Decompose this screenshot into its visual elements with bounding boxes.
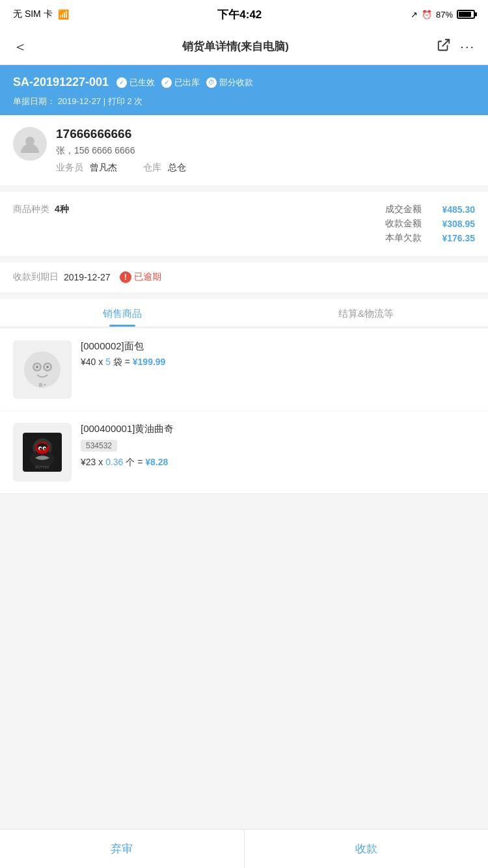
tab-products-label: 销售商品 <box>103 308 142 319</box>
badge-effective-label: 已生效 <box>129 77 155 88</box>
nav-bar: ＜ 销货单详情(来自电脑) ··· <box>0 29 488 65</box>
product-sku-2: 534532 <box>81 440 117 452</box>
banner-date: 单据日期： 2019-12-27 | 打印 2 次 <box>13 96 475 107</box>
due-section: 收款到期日 2019-12-27 ! 已逾期 <box>0 262 488 292</box>
back-button[interactable]: ＜ <box>13 37 34 57</box>
price-eq-1: = <box>125 357 133 367</box>
date-label: 单据日期： <box>13 96 55 106</box>
badge-effective: ✓ 已生效 <box>116 77 155 88</box>
deal-row: 成交金额 ¥485.30 <box>385 204 475 215</box>
deal-label: 成交金额 <box>385 204 422 215</box>
location-icon: ↗ <box>411 10 418 20</box>
received-value: ¥308.95 <box>429 219 475 229</box>
list-item: 兽+ [0000002]面包 ¥40 x 5 袋 = ¥199.99 <box>0 329 488 411</box>
svg-text:BUTTER: BUTTER <box>35 465 49 469</box>
due-date: 2019-12-27 <box>64 272 111 282</box>
received-row: 收款金额 ¥308.95 <box>385 218 475 230</box>
list-item: BUTTER [000400001]黄油曲奇 534532 ¥23 x 0.36… <box>0 411 488 494</box>
cancel-review-button[interactable]: 弃审 <box>0 830 245 868</box>
product-info-1: [0000002]面包 ¥40 x 5 袋 = ¥199.99 <box>81 340 475 399</box>
svg-text:兽+: 兽+ <box>38 383 46 387</box>
svg-point-7 <box>36 366 38 368</box>
svg-point-8 <box>46 366 49 368</box>
badge-shipped: ✓ 已出库 <box>161 77 200 88</box>
product-price-2: ¥23 x 0.36 个 = ¥8.28 <box>81 457 475 468</box>
badge-shipped-label: 已出库 <box>174 77 200 88</box>
received-label: 收款金额 <box>385 218 422 230</box>
product-info-2: [000400001]黄油曲奇 534532 ¥23 x 0.36 个 = ¥8… <box>81 423 475 481</box>
overdue-icon: ! <box>120 271 131 283</box>
banner-top: SA-20191227-001 ✓ 已生效 ✓ 已出库 ⏱ 部分收款 <box>13 75 475 89</box>
check-icon-1: ✓ <box>116 77 127 88</box>
summary-section: 商品种类 4种 成交金额 ¥485.30 收款金额 ¥308.95 本单欠款 ¥… <box>0 192 488 256</box>
badge-partial-label: 部分收款 <box>219 77 253 88</box>
price-base-1: ¥40 <box>81 357 96 367</box>
product-total-1: ¥199.99 <box>133 357 166 367</box>
product-unit-2: 个 <box>126 457 135 467</box>
product-image-2: BUTTER <box>13 423 72 481</box>
sales-info: 业务员 曾凡杰 <box>56 162 117 174</box>
product-qty-2: 0.36 <box>105 457 123 467</box>
wifi-icon: 📶 <box>58 9 69 20</box>
share-icon[interactable] <box>437 38 451 55</box>
category-label: 商品种类 <box>13 204 49 214</box>
owed-row: 本单欠款 ¥176.35 <box>385 232 475 244</box>
owed-value: ¥176.35 <box>429 233 475 243</box>
sales-name: 曾凡杰 <box>90 162 117 172</box>
due-label: 收款到期日 <box>13 271 59 283</box>
customer-meta: 业务员 曾凡杰 仓库 总仓 <box>56 162 475 174</box>
svg-point-17 <box>40 448 42 450</box>
collect-button[interactable]: 收款 <box>245 830 489 868</box>
overdue-text: 已逾期 <box>134 271 161 283</box>
carrier-text: 无 SIM 卡 <box>13 8 53 20</box>
cancel-review-label: 弃审 <box>111 841 133 856</box>
print-label: 打印 <box>108 96 125 106</box>
clock-icon: ⏱ <box>206 77 217 88</box>
price-eq-2: = <box>137 457 145 467</box>
check-icon-2: ✓ <box>161 77 172 88</box>
warehouse-name: 总仓 <box>168 162 186 172</box>
sales-label: 业务员 <box>56 162 83 172</box>
svg-line-0 <box>442 40 449 46</box>
product-name-1: [0000002]面包 <box>81 340 475 353</box>
category-value: 4种 <box>55 204 69 214</box>
price-x-2: x <box>98 457 105 467</box>
status-left: 无 SIM 卡 📶 <box>13 8 69 20</box>
nav-actions: ··· <box>437 38 475 55</box>
price-x-1: x <box>98 357 105 367</box>
bottom-actions: 弃审 收款 <box>0 829 488 868</box>
badge-partial: ⏱ 部分收款 <box>206 77 253 88</box>
product-price-1: ¥40 x 5 袋 = ¥199.99 <box>81 357 475 368</box>
header-banner: SA-20191227-001 ✓ 已生效 ✓ 已出库 ⏱ 部分收款 单据日期：… <box>0 65 488 115</box>
product-image-1: 兽+ <box>13 340 72 399</box>
alarm-icon: ⏰ <box>422 10 432 20</box>
order-number: SA-20191227-001 <box>13 75 109 89</box>
tabs-section: 销售商品 结算&物流等 <box>0 299 488 327</box>
product-name-2: [000400001]黄油曲奇 <box>81 423 475 435</box>
tab-products[interactable]: 销售商品 <box>0 299 244 327</box>
battery-fill <box>459 12 471 17</box>
battery-icon <box>457 10 475 19</box>
deal-value: ¥485.30 <box>429 204 475 215</box>
status-right: ↗ ⏰ 87% <box>411 10 475 20</box>
product-unit-1: 袋 <box>113 357 122 367</box>
collect-label: 收款 <box>355 841 377 856</box>
divider: | <box>103 96 108 106</box>
customer-info: 17666666666 张，156 6666 6666 业务员 曾凡杰 仓库 总… <box>56 127 475 174</box>
customer-section: 17666666666 张，156 6666 6666 业务员 曾凡杰 仓库 总… <box>0 115 488 185</box>
tab-settlement[interactable]: 结算&物流等 <box>244 299 488 327</box>
print-unit: 次 <box>134 96 142 106</box>
warehouse-info: 仓库 总仓 <box>143 162 186 174</box>
page-title: 销货单详情(来自电脑) <box>34 39 437 54</box>
battery-percent: 87% <box>436 10 453 20</box>
banner-badges: ✓ 已生效 ✓ 已出库 ⏱ 部分收款 <box>116 77 253 88</box>
overdue-badge: ! 已逾期 <box>120 271 161 283</box>
status-bar: 无 SIM 卡 📶 下午4:42 ↗ ⏰ 87% <box>0 0 488 29</box>
avatar <box>13 127 47 161</box>
warehouse-label: 仓库 <box>143 162 161 172</box>
products-section: 兽+ [0000002]面包 ¥40 x 5 袋 = ¥199.99 <box>0 329 488 494</box>
price-base-2: ¥23 <box>81 457 96 467</box>
customer-name-phone: 张，156 6666 6666 <box>56 145 475 157</box>
more-icon[interactable]: ··· <box>460 39 475 54</box>
product-total-2: ¥8.28 <box>145 457 168 467</box>
